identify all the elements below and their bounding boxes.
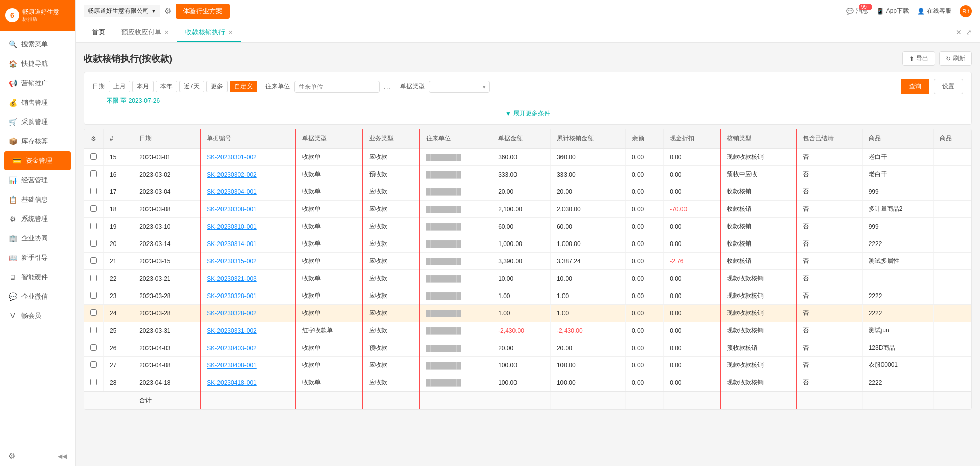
doc-no-link[interactable]: SK-20230314-001: [207, 240, 256, 248]
row-checkbox[interactable]: [90, 379, 97, 385]
tab-payable[interactable]: 预应收应付单 ✕: [113, 23, 177, 42]
sidebar-item-sales[interactable]: 💰 销售管理: [0, 93, 75, 112]
cell-include-settled: 否: [796, 305, 863, 322]
doc-no-link[interactable]: SK-20230315-002: [207, 258, 256, 265]
cell-checkbox[interactable]: [84, 201, 104, 218]
doc-no-link[interactable]: SK-20230328-002: [207, 310, 256, 317]
doc-no-link[interactable]: SK-20230418-001: [207, 379, 256, 386]
row-checkbox[interactable]: [90, 205, 97, 212]
cell-cash-discount: 0.00: [664, 339, 720, 357]
row-checkbox[interactable]: [90, 292, 97, 299]
doc-type-select[interactable]: 收款单 红字收款单: [429, 81, 490, 93]
cell-checkbox[interactable]: [84, 166, 104, 183]
cell-checkbox[interactable]: [84, 339, 104, 357]
cell-checkbox[interactable]: [84, 322, 104, 339]
refresh-button[interactable]: ↻ 刷新: [939, 51, 972, 66]
row-checkbox[interactable]: [90, 153, 97, 160]
tab-home[interactable]: 首页: [84, 23, 113, 42]
date-btn-custom[interactable]: 自定义: [230, 81, 257, 92]
cell-biz-type: 应收款: [362, 253, 420, 270]
message-button[interactable]: 💬 消息 99+: [846, 7, 868, 15]
tab-collection-close-icon[interactable]: ✕: [228, 29, 233, 36]
partner-input[interactable]: [294, 81, 380, 93]
sidebar-item-quick-nav[interactable]: 🏠 快捷导航: [0, 54, 75, 73]
date-btn-last-month[interactable]: 上月: [109, 81, 130, 92]
doc-no-link[interactable]: SK-20230301-002: [207, 154, 256, 161]
topbar-gear-icon[interactable]: ⚙: [164, 6, 172, 16]
row-checkbox[interactable]: [90, 223, 97, 229]
industry-solution-button[interactable]: 体验行业方案: [176, 4, 230, 19]
cell-doc-amount: 100.00: [492, 357, 551, 374]
query-button[interactable]: 查询: [901, 79, 929, 94]
row-checkbox[interactable]: [90, 257, 97, 264]
app-download-button[interactable]: 📱 App下载: [876, 7, 909, 15]
company-dropdown[interactable]: 畅康道好生意有限公司 ▼: [84, 5, 160, 17]
cell-partner: ████████: [420, 374, 492, 392]
user-avatar[interactable]: Rit: [960, 5, 972, 17]
sidebar-item-purchase[interactable]: 🛒 采购管理: [0, 112, 75, 132]
doc-no-link[interactable]: SK-20230328-001: [207, 292, 256, 300]
cell-checkbox[interactable]: [84, 253, 104, 270]
row-checkbox[interactable]: [90, 344, 97, 351]
date-btn-7days[interactable]: 近7天: [179, 81, 204, 92]
row-checkbox[interactable]: [90, 361, 97, 368]
online-service-button[interactable]: 👤 在线客服: [917, 7, 951, 15]
row-checkbox[interactable]: [90, 188, 97, 194]
tab-close-all-icon[interactable]: ✕: [955, 28, 962, 36]
collapse-icon[interactable]: ◀◀: [58, 453, 67, 460]
sidebar-item-finance[interactable]: 💳 资金管理: [4, 151, 71, 170]
cell-biz-type: 应收款: [362, 201, 420, 218]
row-checkbox[interactable]: [90, 275, 97, 281]
sidebar-item-hardware[interactable]: 🖥 智能硬件: [0, 267, 75, 287]
sidebar-item-operations[interactable]: 📊 经营管理: [0, 170, 75, 190]
doc-no-link[interactable]: SK-20230331-002: [207, 327, 256, 334]
cell-no: 21: [104, 253, 133, 270]
cell-checkbox[interactable]: [84, 374, 104, 392]
sidebar-item-marketing[interactable]: 📢 营销推广: [0, 73, 75, 93]
cell-checkbox[interactable]: [84, 235, 104, 253]
date-btn-more[interactable]: 更多: [206, 81, 228, 92]
settings-bottom-icon[interactable]: ⚙: [8, 451, 15, 461]
table-row: 25 2023-03-31 SK-20230331-002 红字收款单 应收款 …: [84, 322, 971, 339]
cell-checkbox[interactable]: [84, 183, 104, 201]
sidebar-item-search[interactable]: 🔍 搜索菜单: [0, 35, 75, 54]
cell-checkbox[interactable]: [84, 357, 104, 374]
th-settings[interactable]: ⚙: [84, 129, 104, 149]
sidebar-item-enterprise[interactable]: 🏢 企业协同: [0, 229, 75, 248]
row-checkbox[interactable]: [90, 170, 97, 177]
cell-checkbox[interactable]: [84, 270, 104, 287]
doc-no-link[interactable]: SK-20230321-003: [207, 275, 256, 282]
sidebar-item-guide[interactable]: 📖 新手引导: [0, 248, 75, 267]
doc-no-link[interactable]: SK-20230403-002: [207, 345, 256, 352]
tab-maximize-icon[interactable]: ⤢: [966, 28, 972, 36]
table-row: 27 2023-04-08 SK-20230408-001 收款单 应收款 ██…: [84, 357, 971, 374]
cell-checkbox[interactable]: [84, 287, 104, 305]
date-btn-this-year[interactable]: 本年: [156, 81, 177, 92]
sidebar-item-system[interactable]: ⚙ 系统管理: [0, 209, 75, 229]
doc-no-link[interactable]: SK-20230308-001: [207, 206, 256, 213]
cell-checkbox[interactable]: [84, 305, 104, 322]
sidebar-item-basic[interactable]: 📋 基础信息: [0, 190, 75, 209]
sidebar-item-wechat[interactable]: 💬 企业微信: [0, 287, 75, 306]
date-btn-this-month[interactable]: 本月: [132, 81, 154, 92]
export-button[interactable]: ⬆ 导出: [902, 51, 935, 66]
settings-button[interactable]: 设置: [934, 79, 963, 94]
sidebar-item-member[interactable]: V 畅会员: [0, 306, 75, 326]
cell-product2: [933, 253, 971, 270]
doc-no-link[interactable]: SK-20230408-001: [207, 362, 256, 369]
doc-no-link[interactable]: SK-20230304-001: [207, 188, 256, 195]
cell-doc-type: 收款单: [296, 183, 362, 201]
row-checkbox[interactable]: [90, 240, 97, 247]
cell-doc-no: SK-20230314-001: [200, 235, 296, 253]
row-checkbox[interactable]: [90, 327, 97, 333]
cell-checkbox[interactable]: [84, 149, 104, 166]
doc-no-link[interactable]: SK-20230310-001: [207, 223, 256, 230]
cell-checkbox[interactable]: [84, 218, 104, 235]
expand-label: 展开更多条件: [513, 109, 550, 118]
doc-no-link[interactable]: SK-20230302-002: [207, 171, 256, 178]
row-checkbox[interactable]: [90, 309, 97, 316]
sidebar-item-inventory[interactable]: 📦 库存核算: [0, 132, 75, 151]
tab-payable-close-icon[interactable]: ✕: [164, 29, 169, 36]
tab-collection[interactable]: 收款核销执行 ✕: [177, 23, 241, 42]
expand-conditions-button[interactable]: ▼ 展开更多条件: [505, 109, 550, 118]
